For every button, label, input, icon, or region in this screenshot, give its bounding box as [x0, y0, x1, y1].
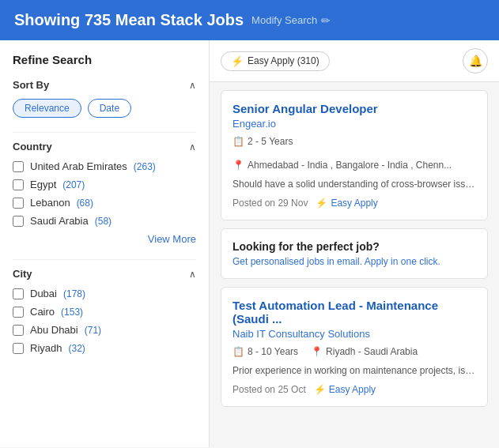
country-view-more[interactable]: View More: [13, 233, 196, 245]
easy-apply-text-0: Easy Apply: [331, 198, 377, 209]
country-lebanon-count: (68): [77, 198, 93, 209]
experience-value-0: 2 - 5 Years: [248, 136, 293, 147]
promo-title: Looking for the perfect job?: [232, 240, 476, 253]
filter-bar: ⚡ Easy Apply (310) 🔔: [210, 40, 499, 82]
company-name-1[interactable]: Naib IT Consultancy Solutions: [232, 328, 476, 340]
page-title: Showing 735 Mean Stack Jobs: [14, 11, 244, 29]
sort-by-section: Sort By ∧ Relevance Date: [13, 79, 196, 118]
sort-date-button[interactable]: Date: [88, 99, 131, 118]
country-uae-checkbox[interactable]: [13, 161, 24, 172]
sort-by-label: Sort By: [13, 79, 49, 91]
city-riyadh-label: Riyadh: [30, 342, 62, 354]
sort-by-chevron: ∧: [189, 80, 196, 91]
city-dubai-count: (178): [63, 288, 85, 299]
lightning-badge-icon-0: ⚡: [316, 198, 327, 209]
modify-search-label: Modify Search: [251, 14, 317, 26]
city-riyadh-checkbox[interactable]: [13, 343, 24, 354]
job-desc-0: Should have a solid understanding of cro…: [232, 177, 476, 191]
country-egypt-checkbox[interactable]: [13, 179, 24, 190]
city-cairo-checkbox[interactable]: [13, 307, 24, 318]
city-riyadh-count: (32): [68, 343, 85, 354]
page-header: Showing 735 Mean Stack Jobs Modify Searc…: [0, 0, 499, 40]
city-label: City: [13, 268, 32, 280]
city-chevron: ∧: [189, 269, 196, 280]
city-dubai[interactable]: Dubai (178): [13, 288, 196, 299]
city-dubai-label: Dubai: [30, 288, 57, 299]
job-footer-0: Posted on 29 Nov ⚡ Easy Apply: [232, 198, 476, 209]
job-footer-1: Posted on 25 Oct ⚡ Easy Apply: [232, 384, 476, 395]
notification-bell-button[interactable]: 🔔: [463, 48, 488, 73]
country-saudi[interactable]: Saudi Arabia (58): [13, 215, 196, 227]
country-saudi-checkbox[interactable]: [13, 216, 24, 227]
country-egypt-count: (207): [62, 179, 85, 190]
briefcase-icon-1: 📋: [232, 346, 244, 357]
job-meta-1: 📋 8 - 10 Years 📍 Riyadh - Saudi Arabia: [232, 346, 476, 357]
jobs-list: Senior Angular Developer Engear.io 📋 2 -…: [210, 82, 499, 415]
city-cairo[interactable]: Cairo (153): [13, 306, 196, 318]
city-list: Dubai (178) Cairo (153) Abu Dhabi (71) R…: [13, 288, 196, 354]
sort-buttons: Relevance Date: [13, 99, 196, 118]
job-title-1[interactable]: Test Automation Lead - Maintenance (Saud…: [232, 299, 476, 326]
country-list: United Arab Emirates (263) Egypt (207) L…: [13, 160, 196, 227]
country-egypt[interactable]: Egypt (207): [13, 179, 196, 190]
company-name-0[interactable]: Engear.io: [232, 118, 476, 130]
divider-1: [13, 132, 196, 133]
location-value-1: Riyadh - Saudi Arabia: [326, 346, 418, 357]
sidebar: Refine Search Sort By ∧ Relevance Date C…: [0, 40, 210, 447]
easy-apply-label: Easy Apply (310): [248, 55, 319, 66]
country-saudi-count: (58): [95, 216, 112, 227]
lightning-badge-icon-1: ⚡: [314, 384, 326, 395]
location-icon: 📍: [232, 160, 244, 171]
country-chevron: ∧: [189, 141, 196, 152]
job-card-1: Test Automation Lead - Maintenance (Saud…: [221, 287, 488, 407]
sort-by-header: Sort By ∧: [13, 79, 196, 91]
posted-date-0: Posted on 29 Nov: [232, 198, 308, 209]
country-uae-label: United Arab Emirates: [30, 160, 127, 172]
modify-search-link[interactable]: Modify Search ✏: [251, 14, 331, 27]
location-icon-1: 📍: [311, 346, 323, 357]
city-section: City ∧ Dubai (178) Cairo (153) Abu Dhabi: [13, 268, 196, 354]
easy-apply-filter[interactable]: ⚡ Easy Apply (310): [221, 51, 330, 71]
easy-apply-text-1: Easy Apply: [329, 384, 376, 395]
sidebar-title: Refine Search: [13, 53, 196, 66]
country-uae[interactable]: United Arab Emirates (263): [13, 160, 196, 172]
job-title-0[interactable]: Senior Angular Developer: [232, 102, 476, 115]
city-abudhabi-label: Abu Dhabi: [30, 324, 78, 336]
job-card-0: Senior Angular Developer Engear.io 📋 2 -…: [221, 90, 488, 220]
country-section: Country ∧ United Arab Emirates (263) Egy…: [13, 141, 196, 245]
easy-apply-badge-1[interactable]: ⚡ Easy Apply: [314, 384, 376, 395]
job-meta-0: 📋 2 - 5 Years 📍 Ahmedabad - India , Bang…: [232, 136, 476, 171]
main-layout: Refine Search Sort By ∧ Relevance Date C…: [0, 40, 499, 447]
city-header: City ∧: [13, 268, 196, 280]
easy-apply-badge-0[interactable]: ⚡ Easy Apply: [316, 198, 377, 209]
posted-date-1: Posted on 25 Oct: [232, 384, 306, 395]
country-label: Country: [13, 141, 52, 152]
city-riyadh[interactable]: Riyadh (32): [13, 342, 196, 354]
bell-icon: 🔔: [469, 55, 482, 67]
experience-meta-0: 📋 2 - 5 Years: [232, 136, 293, 147]
city-dubai-checkbox[interactable]: [13, 288, 24, 299]
city-abudhabi[interactable]: Abu Dhabi (71): [13, 324, 196, 336]
job-desc-1: Prior experience in working on maintenan…: [232, 363, 476, 378]
right-panel: ⚡ Easy Apply (310) 🔔 Senior Angular Deve…: [210, 40, 499, 447]
location-meta-1: 📍 Riyadh - Saudi Arabia: [311, 346, 418, 357]
city-abudhabi-checkbox[interactable]: [13, 325, 24, 336]
city-abudhabi-count: (71): [85, 325, 101, 336]
experience-meta-1: 📋 8 - 10 Years: [232, 346, 298, 357]
country-lebanon-label: Lebanon: [30, 197, 70, 209]
sort-relevance-button[interactable]: Relevance: [13, 99, 81, 118]
country-uae-count: (263): [134, 161, 156, 172]
country-saudi-label: Saudi Arabia: [30, 215, 89, 227]
country-header: Country ∧: [13, 141, 196, 152]
edit-icon: ✏: [321, 14, 331, 27]
city-cairo-label: Cairo: [30, 306, 55, 318]
country-lebanon[interactable]: Lebanon (68): [13, 197, 196, 209]
city-cairo-count: (153): [61, 307, 83, 318]
divider-2: [13, 259, 196, 260]
country-egypt-label: Egypt: [30, 179, 56, 190]
location-meta-0: 📍 Ahmedabad - India , Bangalore - India …: [232, 160, 452, 171]
briefcase-icon: 📋: [232, 136, 244, 147]
promo-desc: Get personalised jobs in email. Apply in…: [232, 256, 476, 267]
experience-value-1: 8 - 10 Years: [248, 346, 298, 357]
country-lebanon-checkbox[interactable]: [13, 198, 24, 209]
